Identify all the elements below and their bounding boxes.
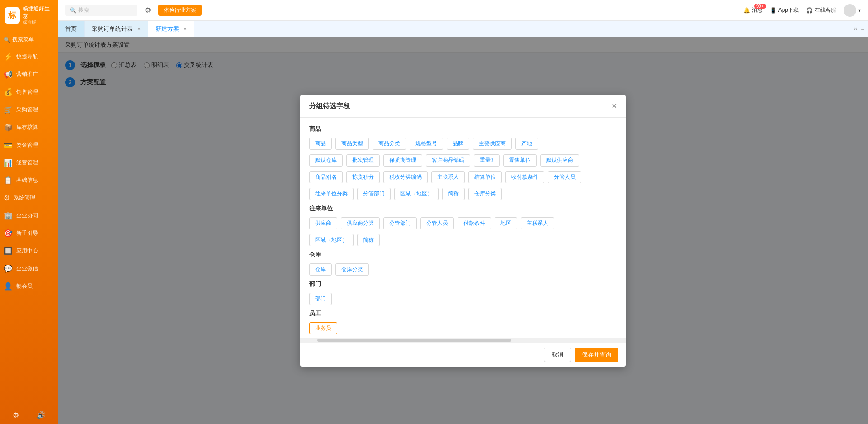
avatar (844, 4, 856, 17)
tag-tax-code[interactable]: 税收分类编码 (383, 171, 428, 183)
tag-counterpart-category[interactable]: 往来单位分类 (309, 188, 354, 200)
logo-text: 畅捷通好生意 标准版 (23, 5, 53, 25)
tag-dept[interactable]: 分管部门 (357, 188, 391, 200)
tag-batch-mgmt[interactable]: 批次管理 (346, 154, 380, 167)
tag-area[interactable]: 地区 (495, 217, 517, 229)
close-new-solution-tab[interactable]: × (184, 26, 187, 32)
notification-btn[interactable]: 🔔 消息 99+ (743, 6, 763, 14)
tag-main-supplier[interactable]: 主要供应商 (473, 138, 512, 150)
tag-default-warehouse[interactable]: 默认仓库 (309, 154, 343, 167)
enterprise-icon: 🏢 (4, 211, 13, 220)
sidebar-item-wecom[interactable]: 💬 企业微信 (0, 260, 58, 277)
modal-horizontal-scrollbar[interactable] (300, 338, 626, 343)
purchase-icon: 🛒 (4, 105, 13, 114)
logo-icon: 标 (5, 7, 20, 24)
tag-warehouse[interactable]: 仓库 (309, 263, 332, 276)
modal-close-btn[interactable]: × (612, 101, 617, 111)
topbar: 🔍 搜索 ⚙ 体验行业方案 🔔 消息 99+ 📱 App下载 🎧 在线客服 ▾ (58, 0, 868, 21)
tag-customer-code[interactable]: 客户商品编码 (426, 154, 470, 167)
tag-region2[interactable]: 区域（地区） (309, 234, 354, 246)
tag-supplier[interactable]: 供应商 (309, 217, 337, 229)
cancel-button[interactable]: 取消 (544, 348, 571, 362)
sidebar-item-enterprise[interactable]: 🏢 企业协同 (0, 207, 58, 224)
sidebar-item-newbie[interactable]: 🎯 新手引导 (0, 224, 58, 242)
tag-payment-cond[interactable]: 付款条件 (458, 217, 491, 229)
audio-bottom-icon[interactable]: 🔊 (37, 411, 46, 419)
close-purchase-stats-tab[interactable]: × (137, 26, 141, 32)
sidebar-item-inventory[interactable]: 📦 库存核算 (0, 119, 58, 136)
tag-product-category[interactable]: 商品分类 (373, 138, 406, 150)
wecom-icon: 💬 (4, 264, 13, 273)
tag-brand[interactable]: 品牌 (447, 138, 469, 150)
tag-shelf-life[interactable]: 保质期管理 (383, 154, 422, 167)
tag-salesperson[interactable]: 业务员 (309, 322, 337, 334)
sidebar-item-app-center[interactable]: 🔲 应用中心 (0, 242, 58, 260)
tab-purchase-stats[interactable]: 采购订单统计表 × (85, 21, 148, 37)
tag-main-contact[interactable]: 主联系人 (431, 171, 465, 183)
experience-btn[interactable]: 体验行业方案 (158, 5, 202, 16)
tab-close-page-icon[interactable]: × (854, 25, 858, 32)
tag-payment-terms[interactable]: 收付款条件 (505, 171, 544, 183)
marketing-icon: 📢 (4, 70, 13, 79)
tag-supplier-category[interactable]: 供应商分类 (341, 217, 380, 229)
sidebar-item-member[interactable]: 👤 畅会员 (0, 277, 58, 295)
main-content: 采购订单统计表方案设置 1 选择模板 汇总表 明细表 交叉统计表 2 方案配置 (58, 37, 868, 424)
tag-settlement-unit[interactable]: 结算单位 (468, 171, 502, 183)
sidebar-item-purchase[interactable]: 🛒 采购管理 (0, 101, 58, 119)
tag-dept2[interactable]: 分管部门 (383, 217, 417, 229)
modal-title: 分组待选字段 (309, 102, 350, 110)
tag-short-name2[interactable]: 简称 (357, 234, 380, 246)
base-info-icon: 📋 (4, 176, 13, 185)
tag-supervisor[interactable]: 分管人员 (548, 171, 581, 183)
product-tags-3: 商品别名 拣货积分 税收分类编码 主联系人 结算单位 收付款条件 分管人员 (309, 171, 617, 183)
sidebar-item-quick-nav[interactable]: ⚡ 快捷导航 (0, 48, 58, 66)
tab-home[interactable]: 首页 (58, 21, 85, 37)
tab-new-solution[interactable]: 新建方案 × (148, 21, 194, 37)
confirm-button[interactable]: 保存并查询 (575, 348, 618, 362)
topbar-right: 🔔 消息 99+ 📱 App下载 🎧 在线客服 ▾ (743, 4, 861, 17)
app-download-btn[interactable]: 📱 App下载 (770, 6, 799, 14)
tag-warehouse-category[interactable]: 仓库分类 (335, 263, 369, 276)
tag-region[interactable]: 区域（地区） (394, 188, 439, 200)
sidebar-search[interactable]: 🔍 搜索菜单 (0, 31, 58, 48)
member-icon: 👤 (4, 282, 13, 291)
section-title-counterpart: 往来单位 (309, 205, 617, 213)
tag-supervisor2[interactable]: 分管人员 (420, 217, 454, 229)
hscroll-thumb[interactable] (317, 339, 512, 342)
sidebar-item-marketing[interactable]: 📢 营销推广 (0, 66, 58, 83)
tag-product-type[interactable]: 商品类型 (335, 138, 369, 150)
online-service-btn[interactable]: 🎧 在线客服 (806, 6, 836, 14)
newbie-icon: 🎯 (4, 229, 13, 238)
tag-product[interactable]: 商品 (309, 138, 332, 150)
tag-spec-model[interactable]: 规格型号 (410, 138, 443, 150)
tag-main-contact2[interactable]: 主联系人 (521, 217, 554, 229)
tag-pick-points[interactable]: 拣货积分 (346, 171, 380, 183)
tag-warehouse-cat[interactable]: 仓库分类 (468, 188, 502, 200)
tag-department[interactable]: 部门 (309, 293, 332, 305)
tab-menu-icon[interactable]: ≡ (861, 25, 864, 32)
tag-weight3[interactable]: 重量3 (474, 154, 500, 167)
settings-bottom-icon[interactable]: ⚙ (13, 411, 19, 419)
sidebar-item-system[interactable]: ⚙ 系统管理 (0, 189, 58, 207)
sidebar-item-sales[interactable]: 💰 销售管理 (0, 83, 58, 101)
sales-icon: 💰 (4, 88, 13, 96)
tag-origin[interactable]: 产地 (515, 138, 538, 150)
gear-icon[interactable]: ⚙ (145, 6, 151, 14)
sidebar-item-operations[interactable]: 📊 经营管理 (0, 154, 58, 172)
chevron-down-icon: ▾ (858, 7, 861, 14)
product-tags-4: 往来单位分类 分管部门 区域（地区） 简称 仓库分类 (309, 188, 617, 200)
sidebar-item-base-info[interactable]: 📋 基础信息 (0, 172, 58, 189)
modal-body[interactable]: 商品 商品 商品类型 商品分类 规格型号 品牌 主要供应商 产地 默认仓库 批次… (300, 118, 626, 338)
search-icon: 🔍 (70, 7, 76, 14)
tag-short-name[interactable]: 简称 (442, 188, 465, 200)
app-download-icon: 📱 (770, 7, 777, 14)
sidebar: 标 畅捷通好生意 标准版 🔍 搜索菜单 ⚡ 快捷导航 📢 营销推广 💰 销售管理… (0, 0, 58, 424)
tag-product-alias[interactable]: 商品别名 (309, 171, 343, 183)
modal: 分组待选字段 × 商品 商品 商品类型 商品分类 规格型号 品牌 主要供应商 产… (300, 95, 626, 367)
user-avatar[interactable]: ▾ (844, 4, 861, 17)
topbar-search-box[interactable]: 🔍 搜索 (65, 5, 137, 16)
sidebar-item-finance[interactable]: 💳 资金管理 (0, 136, 58, 154)
tag-default-supplier[interactable]: 默认供应商 (540, 154, 579, 167)
counterpart-tags-2: 区域（地区） 简称 (309, 234, 617, 246)
tag-retail-unit[interactable]: 零售单位 (503, 154, 537, 167)
